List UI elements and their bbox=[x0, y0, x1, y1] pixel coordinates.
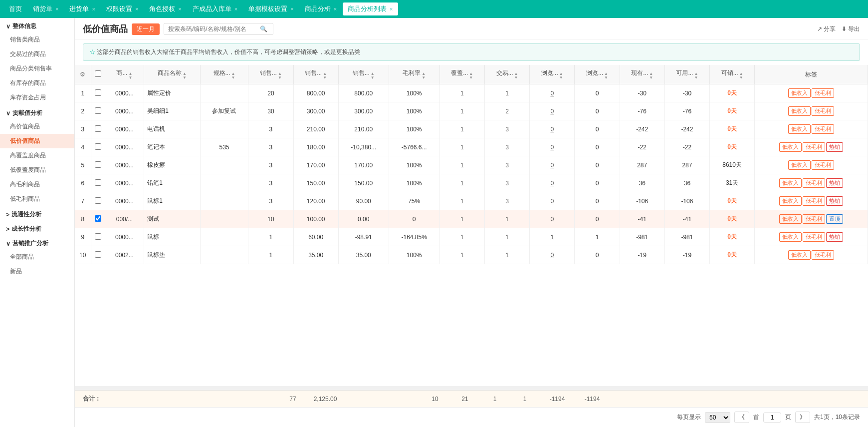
gross-rate-cell: 100% bbox=[389, 84, 439, 102]
close-icon[interactable]: × bbox=[92, 6, 95, 12]
nav-home[interactable]: 首页 bbox=[4, 2, 27, 15]
select-all-checkbox[interactable] bbox=[95, 70, 101, 77]
nav-product-analysis-list[interactable]: 商品分析列表 × bbox=[343, 2, 398, 15]
code-cell: 000/... bbox=[105, 210, 144, 228]
sidebar-item-new-products[interactable]: 新品 bbox=[0, 264, 74, 279]
sidebar-group-circulation[interactable]: > 流通性分析 bbox=[0, 206, 74, 221]
sidebar-item-high-value[interactable]: 高价值商品 bbox=[0, 119, 74, 134]
close-icon[interactable]: × bbox=[334, 6, 337, 12]
checkbox-cell[interactable] bbox=[91, 192, 105, 210]
total-views2: 1 bbox=[510, 396, 540, 403]
sidebar-item-high-margin[interactable]: 高毛利商品 bbox=[0, 177, 74, 192]
tag-低收入: 低收入 bbox=[788, 250, 811, 260]
views1-value[interactable]: 0 bbox=[550, 252, 554, 259]
views1-value[interactable]: 0 bbox=[550, 108, 554, 115]
views1-value[interactable]: 0 bbox=[550, 162, 554, 169]
gross-rate-cell: 100% bbox=[389, 120, 439, 138]
views1-cell: 0 bbox=[530, 138, 575, 156]
per-page-select[interactable]: 50 20 100 bbox=[705, 412, 730, 423]
views1-value[interactable]: 0 bbox=[550, 198, 554, 205]
sidebar-group-contribution[interactable]: ∨ 贡献值分析 bbox=[0, 105, 74, 119]
checkbox-cell[interactable] bbox=[91, 174, 105, 192]
col-header-spec: 规格...▲▼ bbox=[200, 65, 248, 84]
spec-cell: 535 bbox=[200, 138, 248, 156]
close-icon[interactable]: × bbox=[135, 6, 138, 12]
page-number-input[interactable] bbox=[763, 413, 781, 423]
checkbox-cell[interactable] bbox=[91, 156, 105, 174]
date-filter-button[interactable]: 近一月 bbox=[132, 23, 160, 35]
row-checkbox[interactable] bbox=[95, 89, 101, 96]
sidebar-item-stocked-products[interactable]: 有库存的商品 bbox=[0, 76, 74, 90]
row-checkbox[interactable] bbox=[95, 233, 101, 240]
views1-value[interactable]: 0 bbox=[550, 216, 554, 223]
views1-value[interactable]: 0 bbox=[550, 90, 554, 97]
close-icon[interactable]: × bbox=[290, 6, 293, 12]
row-checkbox[interactable] bbox=[95, 251, 101, 258]
share-button[interactable]: ↗ 分享 bbox=[817, 25, 836, 33]
name-cell: 属性定价 bbox=[144, 84, 200, 102]
nav-template-settings[interactable]: 单据模板设置 × bbox=[243, 2, 298, 15]
row-checkbox[interactable] bbox=[95, 107, 101, 114]
checkbox-cell[interactable] bbox=[91, 138, 105, 156]
gross-rate-cell: 0 bbox=[389, 210, 439, 228]
row-checkbox[interactable] bbox=[95, 143, 101, 150]
row-checkbox[interactable] bbox=[95, 197, 101, 204]
checkbox-cell[interactable] bbox=[91, 228, 105, 246]
available-cell: -76 bbox=[664, 102, 709, 120]
views1-value[interactable]: 1 bbox=[550, 234, 554, 241]
close-icon[interactable]: × bbox=[390, 6, 393, 12]
views2-cell: 0 bbox=[575, 210, 620, 228]
views1-value[interactable]: 0 bbox=[550, 180, 554, 187]
sidebar-item-stock-capital[interactable]: 库存资金占用 bbox=[0, 90, 74, 105]
row-checkbox[interactable] bbox=[95, 161, 101, 168]
checkbox-cell[interactable] bbox=[91, 210, 105, 228]
horizontal-scrollbar[interactable] bbox=[75, 386, 868, 390]
spec-cell bbox=[200, 174, 248, 192]
checkbox-cell[interactable] bbox=[91, 102, 105, 120]
first-page-button[interactable]: 《 bbox=[734, 412, 749, 423]
nav-product-analysis[interactable]: 商品分析 × bbox=[300, 2, 342, 15]
nav-purchase-order[interactable]: 进货单 × bbox=[64, 2, 100, 15]
row-checkbox[interactable] bbox=[95, 125, 101, 132]
settings-column-header[interactable]: ⚙ bbox=[75, 65, 91, 84]
search-icon[interactable]: 🔍 bbox=[260, 25, 267, 32]
gross-rate-cell: 100% bbox=[389, 102, 439, 120]
cost-cell: 35.00 bbox=[338, 246, 389, 264]
nav-product-stock[interactable]: 产成品入库单 × bbox=[188, 2, 242, 15]
checkbox-cell[interactable] bbox=[91, 84, 105, 102]
sidebar-item-low-coverage[interactable]: 低覆盖度商品 bbox=[0, 163, 74, 177]
sidebar-group-marketing[interactable]: ∨ 营销推广分析 bbox=[0, 235, 74, 250]
sidebar-item-sales-products[interactable]: 销售类商品 bbox=[0, 32, 74, 47]
row-checkbox[interactable] bbox=[95, 179, 101, 186]
sidebar-item-low-value[interactable]: 低价值商品 bbox=[0, 134, 74, 148]
close-icon[interactable]: × bbox=[55, 6, 58, 12]
nav-sales-order[interactable]: 销货单 × bbox=[28, 2, 63, 15]
checkbox-column-header[interactable] bbox=[91, 65, 105, 84]
sidebar-group-overview[interactable]: ∨ 整体信息 bbox=[0, 18, 74, 32]
search-input[interactable] bbox=[168, 25, 258, 32]
settings-icon[interactable]: ⚙ bbox=[80, 71, 85, 78]
row-checkbox[interactable] bbox=[95, 215, 101, 222]
sidebar-item-low-margin[interactable]: 低毛利商品 bbox=[0, 192, 74, 206]
tag-低毛利: 低毛利 bbox=[812, 250, 834, 260]
export-button[interactable]: ⬇ 导出 bbox=[842, 25, 860, 33]
views1-value[interactable]: 0 bbox=[550, 144, 554, 151]
sidebar-item-high-coverage[interactable]: 高覆盖度商品 bbox=[0, 148, 74, 163]
next-page-button[interactable]: 》 bbox=[795, 412, 810, 423]
pagination: 每页显示 50 20 100 《 首 页 》 共1页，10条记录 bbox=[75, 407, 868, 427]
nav-role-auth[interactable]: 角色授权 × bbox=[144, 2, 186, 15]
sidebar-item-traded-products[interactable]: 交易过的商品 bbox=[0, 47, 74, 61]
checkbox-cell[interactable] bbox=[91, 120, 105, 138]
col-header-views1: 浏览...▲▼ bbox=[530, 65, 575, 84]
close-icon[interactable]: × bbox=[178, 6, 181, 12]
tag-低毛利: 低毛利 bbox=[812, 160, 834, 170]
close-icon[interactable]: × bbox=[234, 6, 237, 12]
sidebar-item-all-products[interactable]: 全部商品 bbox=[0, 250, 74, 264]
sidebar-item-category-sales-rate[interactable]: 商品分类销售率 bbox=[0, 61, 74, 76]
checkbox-cell[interactable] bbox=[91, 246, 105, 264]
sidebar-group-growth[interactable]: > 成长性分析 bbox=[0, 221, 74, 235]
views1-cell: 1 bbox=[530, 228, 575, 246]
views1-value[interactable]: 0 bbox=[550, 126, 554, 133]
amt-cell: 100.00 bbox=[293, 210, 338, 228]
nav-permissions[interactable]: 权限设置 × bbox=[101, 2, 143, 15]
